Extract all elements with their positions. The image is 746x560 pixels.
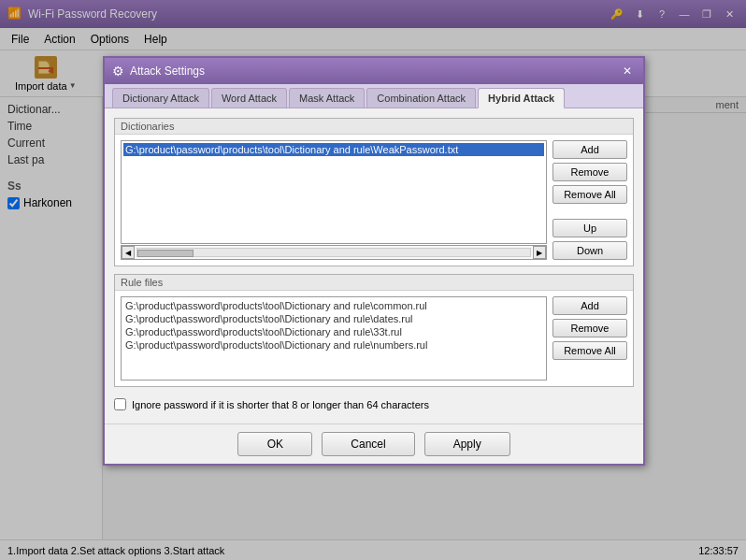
tab-dictionary-attack[interactable]: Dictionary Attack [112,88,209,108]
tab-hybrid-attack[interactable]: Hybrid Attack [478,88,565,108]
dialog-title: Attack Settings [130,65,205,78]
tab-word-attack[interactable]: Word Attack [211,88,287,108]
tabs-container: Dictionary Attack Word Attack Mask Attac… [105,84,643,108]
dict-down-btn[interactable]: Down [552,241,627,260]
rule-files-group-title: Rule files [115,275,633,291]
tab-combination-attack[interactable]: Combination Attack [366,88,476,108]
scroll-right-btn[interactable]: ▶ [533,246,546,259]
dict-up-btn[interactable]: Up [552,219,627,237]
rule-item-0[interactable]: G:\product\password\products\tool\Dictio… [123,299,544,312]
dictionaries-group-content: G:\product\password\products\tool\Dictio… [115,135,633,266]
dialog-footer: OK Cancel Apply [105,424,643,464]
dict-remove-all-btn[interactable]: Remove All [552,185,627,204]
dict-side-buttons: Add Remove Remove All Up Down [552,140,627,260]
rule-side-buttons: Add Remove Remove All [552,296,627,381]
rule-item-3[interactable]: G:\product\password\products\tool\Dictio… [123,338,544,352]
dictionaries-group-title: Dictionaries [115,119,633,135]
apply-btn[interactable]: Apply [424,432,510,456]
dialog-content: Dictionaries G:\product\password\product… [105,108,643,424]
rule-item-2[interactable]: G:\product\password\products\tool\Dictio… [123,325,544,338]
dialog-icon: ⚙ [112,64,124,79]
dialog-title-bar: ⚙ Attack Settings ✕ [105,58,643,84]
ignore-password-row: Ignore password if it is shorter that 8 … [114,395,634,414]
dictionaries-list[interactable]: G:\product\password\products\tool\Dictio… [121,140,547,244]
rule-files-group: Rule files G:\product\password\products\… [114,274,634,387]
rule-item-1[interactable]: G:\product\password\products\tool\Dictio… [123,312,544,325]
rule-remove-btn[interactable]: Remove [552,319,627,337]
tab-mask-attack[interactable]: Mask Attack [289,88,365,108]
dialog-close-btn[interactable]: ✕ [619,64,636,79]
ignore-password-checkbox[interactable] [114,398,126,410]
dialog-overlay: ⚙ Attack Settings ✕ Dictionary Attack Wo… [0,0,746,560]
dict-item-0[interactable]: G:\product\password\products\tool\Dictio… [123,143,544,156]
dict-add-btn[interactable]: Add [552,140,627,159]
scroll-left-btn[interactable]: ◀ [122,246,135,259]
rule-add-btn[interactable]: Add [552,296,627,315]
dictionaries-group: Dictionaries G:\product\password\product… [114,118,634,266]
dict-remove-btn[interactable]: Remove [552,163,627,181]
rule-files-list[interactable]: G:\product\password\products\tool\Dictio… [121,296,547,381]
ok-btn[interactable]: OK [237,432,312,456]
rule-remove-all-btn[interactable]: Remove All [552,341,627,360]
ignore-password-label: Ignore password if it is shorter that 8 … [132,399,429,410]
dialog-title-left: ⚙ Attack Settings [112,64,205,79]
attack-settings-dialog: ⚙ Attack Settings ✕ Dictionary Attack Wo… [103,56,645,466]
cancel-btn[interactable]: Cancel [322,432,414,456]
rule-files-group-content: G:\product\password\products\tool\Dictio… [115,291,633,386]
